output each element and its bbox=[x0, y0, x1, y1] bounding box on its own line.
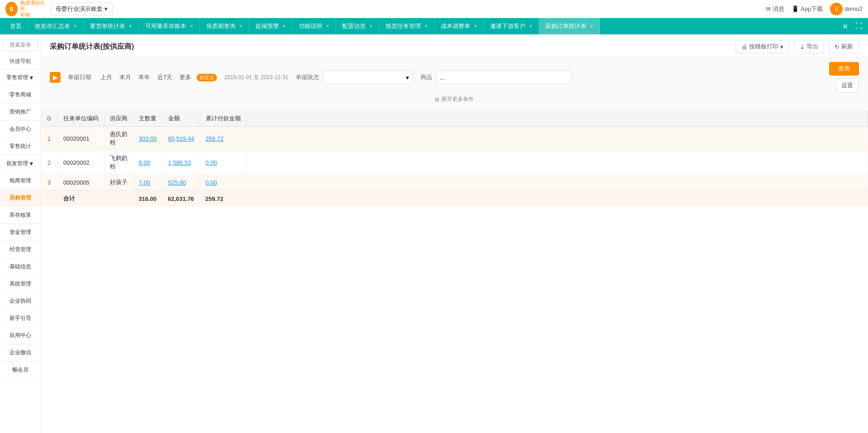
tab-function-desc-close[interactable]: × bbox=[326, 23, 329, 29]
cell-index-3: 3 bbox=[41, 175, 58, 191]
sidebar-item-member-points-label: 畅会员 bbox=[12, 366, 28, 373]
cell-amount-1[interactable]: 60,519.44 bbox=[162, 127, 200, 151]
sidebar-item-retail-mall[interactable]: 零售商城 bbox=[0, 86, 40, 104]
filter-area: ▶ 单据日期 上月 本月 本年 近7天 更多 自定义 2016-01-01 至 bbox=[41, 57, 868, 111]
tab-batch-task-label: 拣货任务管理 bbox=[386, 22, 421, 30]
sidebar-search-area: 搜索菜单 bbox=[0, 34, 40, 54]
sidebar-item-retail-stats-label: 零售统计 bbox=[9, 143, 31, 149]
cell-unit-code-1: 00020001 bbox=[58, 127, 104, 151]
sidebar-item-member-center[interactable]: 会员中心 bbox=[0, 121, 40, 138]
tab-function-desc[interactable]: 功能说明 × bbox=[292, 18, 336, 34]
sidebar-item-app-center[interactable]: 应用中心 bbox=[0, 327, 40, 344]
sidebar-item-basic-info[interactable]: 基础信息 bbox=[0, 258, 40, 276]
cell-cum-payment-3[interactable]: 0.00 bbox=[200, 175, 246, 191]
goods-input[interactable]: ... bbox=[436, 71, 571, 84]
message-btn[interactable]: ✉ 消息 bbox=[766, 5, 784, 13]
tab-fullscreen-btn[interactable]: ⛶ bbox=[854, 20, 864, 32]
tab-purchase-stats[interactable]: 采购订单统计表 × bbox=[539, 18, 600, 34]
sidebar-item-enterprise-collab[interactable]: 企业协同 bbox=[0, 293, 40, 310]
shortcut-this-year[interactable]: 本年 bbox=[137, 72, 152, 82]
tab-available-inventory-close[interactable]: × bbox=[190, 23, 193, 29]
tab-order-stats[interactable]: 要货单统计表 × bbox=[84, 18, 139, 34]
tab-expiry-query[interactable]: 保质期查询 × bbox=[200, 18, 249, 34]
tab-order-stats-close[interactable]: × bbox=[129, 23, 132, 29]
status-select[interactable]: ▾ bbox=[323, 71, 413, 84]
custom-date-tag[interactable]: 自定义 bbox=[197, 74, 217, 81]
tab-home[interactable]: 首页 bbox=[4, 18, 28, 34]
sidebar-item-ecommerce-mgmt[interactable]: 电商管理 bbox=[0, 172, 40, 190]
sidebar-item-marketing[interactable]: 营销推广 bbox=[0, 104, 40, 121]
top-bar: 6 畅捷通好生意 标版 母婴行业演示账套 ▾ ✉ 消息 📱 App下载 d de… bbox=[0, 0, 868, 18]
sidebar-item-system-mgmt-label: 系统管理 bbox=[9, 281, 31, 287]
tab-purchase-stats-close[interactable]: × bbox=[590, 23, 593, 29]
status-label: 单据状态 bbox=[296, 73, 319, 81]
tab-overstock-warning[interactable]: 超储预警 × bbox=[249, 18, 292, 34]
tab-expiry-query-close[interactable]: × bbox=[239, 23, 242, 29]
sidebar-item-new-guide[interactable]: 新手引导 bbox=[0, 310, 40, 327]
tab-cost-adjust[interactable]: 成本调整单 × bbox=[434, 18, 484, 34]
cell-supplier-2: 飞鹤奶粉 bbox=[104, 151, 133, 175]
tab-receive-send[interactable]: 收发存汇总表 × bbox=[28, 18, 84, 34]
sidebar-item-enterprise-wechat[interactable]: 企业微信 bbox=[0, 344, 40, 362]
app-download-btn[interactable]: 📱 App下载 bbox=[792, 5, 823, 13]
search-menu-btn[interactable]: 搜索菜单 bbox=[3, 39, 38, 51]
cell-main-qty-1[interactable]: 303.00 bbox=[133, 127, 163, 151]
cell-amount-3[interactable]: 525.80 bbox=[162, 175, 200, 191]
tab-config-info[interactable]: 配置信息 × bbox=[336, 18, 379, 34]
sidebar-item-finance-mgmt[interactable]: 资金管理 bbox=[0, 224, 40, 241]
avatar-char: d bbox=[835, 6, 838, 12]
sidebar-item-member-points[interactable]: 畅会员 bbox=[0, 362, 40, 379]
quick-nav-btn[interactable]: 快捷导航 bbox=[0, 54, 40, 69]
export-btn[interactable]: ⤓ 导出 bbox=[794, 40, 824, 53]
sidebar-item-purchase-mgmt[interactable]: 采购管理 bbox=[0, 190, 40, 207]
th-gear[interactable]: ⚙ bbox=[41, 111, 58, 127]
tab-receive-send-close[interactable]: × bbox=[74, 23, 77, 29]
sidebar-item-finance-mgmt-label: 资金管理 bbox=[9, 229, 31, 235]
shortcut-last-month[interactable]: 上月 bbox=[99, 72, 114, 82]
sidebar-item-retail-stats[interactable]: 零售统计 bbox=[0, 138, 40, 155]
shortcut-more[interactable]: 更多 bbox=[178, 72, 193, 82]
gear-icon[interactable]: ⚙ bbox=[46, 115, 52, 122]
sidebar-item-inventory-check[interactable]: 库存核算 bbox=[0, 207, 40, 224]
export-label: 导出 bbox=[807, 43, 818, 51]
tab-batch-task-close[interactable]: × bbox=[425, 23, 428, 29]
shortcut-this-month[interactable]: 本月 bbox=[118, 72, 133, 82]
tab-invite-downstream[interactable]: 邀请下游客户 × bbox=[484, 18, 539, 34]
page-title: 采购订单统计表(按供应商) bbox=[50, 42, 134, 52]
tab-cost-adjust-close[interactable]: × bbox=[474, 23, 477, 29]
sidebar-item-ops-mgmt[interactable]: 经营管理 bbox=[0, 241, 40, 258]
tab-config-info-close[interactable]: × bbox=[369, 23, 373, 29]
sidebar-item-system-mgmt[interactable]: 系统管理 bbox=[0, 276, 40, 293]
refresh-btn[interactable]: ↻ 刷新 bbox=[829, 40, 859, 53]
filter-expand-btn[interactable]: ▶ bbox=[50, 72, 61, 83]
user-profile[interactable]: d demo2 bbox=[830, 3, 863, 15]
workspace-selector[interactable]: 母婴行业演示账套 ▾ bbox=[51, 3, 113, 15]
query-btn[interactable]: 查询 bbox=[829, 62, 859, 76]
tab-overstock-warning-close[interactable]: × bbox=[283, 23, 286, 29]
cell-unit-code-2: 00020002 bbox=[58, 151, 104, 175]
tab-invite-downstream-label: 邀请下游客户 bbox=[490, 22, 525, 30]
sidebar-item-wholesale-mgmt[interactable]: 批发管理 ▼ bbox=[0, 155, 40, 172]
settings-btn[interactable]: 设置 bbox=[835, 78, 859, 93]
tab-config-info-label: 配置信息 bbox=[342, 22, 366, 30]
tab-available-inventory-label: 可用量库存账本 bbox=[145, 22, 186, 30]
expand-more-icon: ⊞ bbox=[435, 96, 439, 103]
shortcut-7days[interactable]: 近7天 bbox=[156, 72, 174, 82]
tab-batch-task[interactable]: 拣货任务管理 × bbox=[379, 18, 434, 34]
cell-main-qty-2[interactable]: 6.00 bbox=[133, 151, 163, 175]
template-print-btn[interactable]: 🖨 按模板打印 ▾ bbox=[736, 40, 789, 53]
tab-invite-downstream-close[interactable]: × bbox=[529, 23, 532, 29]
expand-more-btn[interactable]: ⊞ 展开更多条件 bbox=[435, 95, 474, 103]
refresh-label: 刷新 bbox=[841, 43, 853, 51]
tab-close-all-btn[interactable]: ✕ bbox=[840, 20, 850, 33]
tab-available-inventory[interactable]: 可用量库存账本 × bbox=[139, 18, 200, 34]
cell-cum-payment-2[interactable]: 0.00 bbox=[200, 151, 246, 175]
chevron-down-icon: ▼ bbox=[29, 75, 34, 81]
tab-overstock-warning-label: 超储预警 bbox=[255, 22, 279, 30]
sidebar-item-retail-mgmt[interactable]: 零售管理 ▼ bbox=[0, 69, 40, 86]
cell-cum-payment-1[interactable]: 259.72 bbox=[200, 127, 246, 151]
filter-actions: 查询 设置 bbox=[829, 62, 859, 93]
cell-amount-2[interactable]: 1,586.52 bbox=[162, 151, 200, 175]
top-bar-right: ✉ 消息 📱 App下载 d demo2 bbox=[766, 3, 863, 15]
cell-main-qty-3[interactable]: 7.00 bbox=[133, 175, 163, 191]
